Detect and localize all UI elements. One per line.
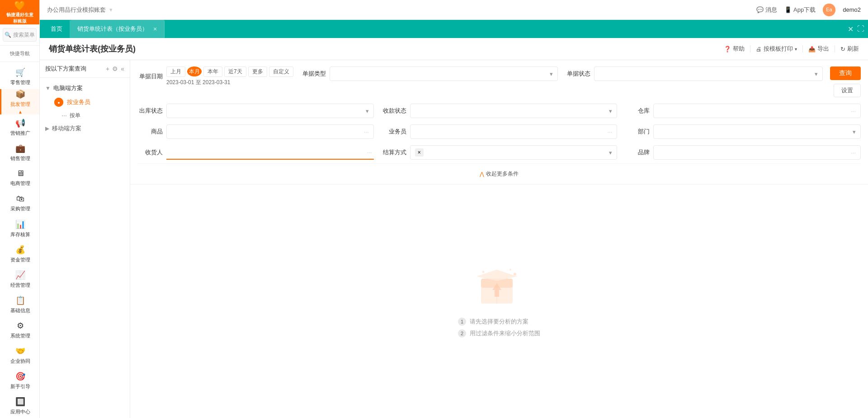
scheme-salesperson-label: 按业务员	[67, 98, 90, 106]
filter-row-3: 商品 ··· 业务员 ···	[137, 124, 861, 139]
scheme-sub-item-doc[interactable]: ⋯ 按单	[40, 109, 130, 122]
scheme-panel-controls: + ⚙ «	[106, 65, 124, 72]
date-btn-custom[interactable]: 自定义	[269, 66, 293, 77]
operation-label: 经营管理	[10, 282, 30, 289]
export-button[interactable]: 📤 导出	[808, 45, 829, 53]
divider2	[802, 45, 803, 52]
sidebar-item-system[interactable]: ⚙ 系统管理	[0, 317, 39, 342]
doc-type-select[interactable]: ▾	[330, 66, 558, 81]
sidebar-item-operation[interactable]: 📈 经营管理	[0, 266, 39, 292]
wholesale-label: 批发管理	[10, 101, 30, 108]
doc-type-filter: 单据类型 ▾	[301, 66, 558, 81]
operation-icon: 📈	[15, 270, 25, 280]
date-btn-more[interactable]: 更多	[248, 66, 267, 77]
department-select[interactable]: ▾	[653, 124, 861, 139]
sidebar-item-retail[interactable]: 🛒 零售管理	[0, 64, 39, 89]
collapse-button[interactable]: ⋀ 收起更多条件	[480, 167, 519, 180]
salesperson-select[interactable]: ···	[410, 124, 618, 139]
app-logo[interactable]: 🧡 畅捷通好生意 标账版	[0, 0, 40, 24]
tab-close-button[interactable]: ×	[153, 25, 157, 33]
doc-status-select[interactable]: ▾	[594, 66, 823, 81]
date-btn-thismonth[interactable]: 本月	[187, 66, 202, 76]
pc-group-arrow-icon: ▼	[45, 85, 51, 91]
date-btn-lastmonth[interactable]: 上月	[166, 66, 185, 77]
settings-button[interactable]: 设置	[834, 84, 861, 97]
sidebar-item-inventory[interactable]: 📊 库存核算	[0, 216, 39, 241]
help-button[interactable]: ❓ 帮助	[724, 45, 745, 53]
system-icon: ⚙	[17, 321, 24, 331]
sidebar-item-sales[interactable]: 💼 销售管理	[0, 140, 39, 165]
sidebar-item-finance[interactable]: 💰 资金管理	[0, 241, 39, 266]
tab-sales-report[interactable]: 销货单统计表（按业务员） ×	[70, 20, 165, 38]
header-left: 办公用品行业模拟账套 ▾	[47, 6, 113, 14]
tab-home[interactable]: 首页	[43, 20, 70, 38]
sales-report-tab-label: 销货单统计表（按业务员）	[77, 25, 148, 33]
mobile-group-arrow-icon: ▶	[45, 125, 49, 132]
scheme-collapse-button[interactable]: «	[121, 65, 124, 72]
help-label: 帮助	[733, 45, 745, 53]
sidebar-item-ecommerce[interactable]: 🖥 电商管理	[0, 165, 39, 190]
pc-scheme-header[interactable]: ▼ 电脑端方案	[40, 81, 130, 95]
doc-type-chevron-icon: ▾	[550, 71, 553, 77]
avatar-initials: Ea	[823, 4, 835, 16]
sidebar-item-enterprise[interactable]: 🤝 企业协同	[0, 342, 39, 368]
goods-select[interactable]: ···	[166, 124, 374, 139]
apps-label: 应用中心	[10, 408, 30, 415]
sidebar-item-wholesale[interactable]: 📦 批发管理 ▲	[0, 89, 39, 114]
date-btn-7days[interactable]: 近7天	[224, 66, 246, 77]
page-header-actions: ❓ 帮助 🖨 按模板打印 ▾ 📤 导出	[724, 45, 859, 58]
page-header: 销货单统计表(按业务员) ❓ 帮助 🖨 按模板打印 ▾ 📤	[40, 38, 868, 60]
query-button[interactable]: 查询	[830, 66, 861, 80]
search-menu-button[interactable]: 🔍 搜索菜单	[3, 28, 37, 42]
svg-text:Ea: Ea	[826, 7, 833, 12]
salesperson-filter: 业务员 ···	[381, 124, 618, 139]
doc-status-filter: 单据状态 ▾	[565, 66, 823, 81]
scheme-settings-button[interactable]: ⚙	[112, 65, 118, 72]
message-button[interactable]: 💬 消息	[756, 6, 777, 14]
brand-dots-icon: ···	[851, 149, 856, 156]
tip-text-1: 请先选择要分析的方案	[470, 318, 528, 326]
quick-nav-label[interactable]: 快捷导航	[3, 48, 37, 59]
scheme-sub-icon: ⋯	[61, 113, 67, 119]
app-download-button[interactable]: 📱 App下载	[784, 6, 816, 14]
left-sidebar: 🧡 畅捷通好生意 标账版 🔍 搜索菜单 快捷导航 🛒 零售管理 📦 批发管理 ▲…	[0, 0, 40, 418]
sidebar-item-basic[interactable]: 📋 基础信息	[0, 292, 39, 317]
sidebar-item-newbie[interactable]: 🎯 新手引导	[0, 368, 39, 393]
mobile-scheme-group[interactable]: ▶ 移动端方案	[40, 122, 130, 135]
filter-section: 单据日期 上月 本月 本年 近7天 更多 自定义	[130, 60, 868, 185]
settlement-tag[interactable]: ×	[415, 148, 424, 157]
warehouse-label: 仓库	[624, 107, 650, 115]
finance-icon: 💰	[15, 245, 25, 255]
export-icon: 📤	[808, 46, 816, 52]
refresh-button[interactable]: ↻ 刷新	[840, 45, 859, 53]
scheme-item-salesperson[interactable]: ● 按业务员	[40, 95, 130, 109]
tab-maximize-button[interactable]: ⛶	[857, 25, 864, 33]
sidebar-item-apps[interactable]: 🔲 应用中心	[0, 393, 39, 418]
export-label: 导出	[817, 45, 829, 53]
consignee-input[interactable]	[168, 149, 367, 156]
receipt-status-filter: 收款状态 ▾	[381, 104, 618, 118]
sales-label: 销售管理	[10, 155, 30, 162]
scheme-doc-label: 按单	[70, 112, 80, 119]
print-button[interactable]: 🖨 按模板打印 ▾	[756, 45, 797, 53]
sidebar-item-purchase[interactable]: 🛍 采购管理	[0, 190, 39, 216]
receipt-status-select[interactable]: ▾	[410, 104, 618, 118]
mobile-scheme-label: 移动端方案	[52, 124, 81, 133]
warehouse-select[interactable]: ···	[653, 104, 861, 118]
sidebar-item-marketing[interactable]: 📢 营销推广	[0, 114, 39, 140]
scheme-add-button[interactable]: +	[106, 65, 109, 72]
settlement-filter: 结算方式 × ▾	[381, 145, 618, 160]
tab-close-all-button[interactable]: ✕	[848, 25, 854, 33]
tip-num-2: 2	[458, 329, 466, 337]
out-status-select[interactable]: ▾	[166, 104, 374, 118]
print-icon: 🖨	[756, 46, 762, 52]
avatar[interactable]: Ea	[823, 4, 835, 16]
basic-label: 基础信息	[10, 307, 30, 314]
goods-dots-icon: ···	[364, 128, 369, 135]
empty-tip-2: 2 用过滤条件来缩小分析范围	[458, 329, 540, 337]
settlement-select[interactable]: × ▾	[410, 145, 618, 160]
brand-select[interactable]: ···	[653, 145, 861, 160]
date-range-text: 2023-03-01 至 2023-03-31	[166, 79, 293, 86]
username-label[interactable]: demo2	[843, 6, 861, 13]
date-btn-thisyear[interactable]: 本年	[203, 66, 222, 77]
